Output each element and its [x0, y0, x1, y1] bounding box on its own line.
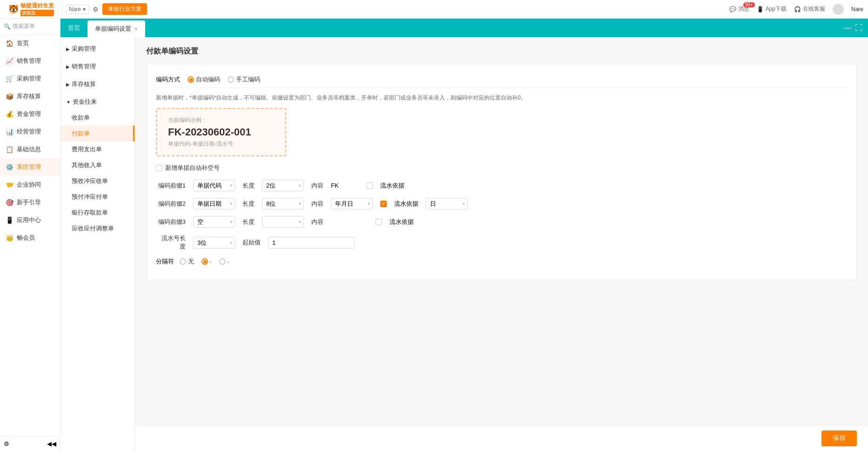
manual-code-radio[interactable]: 手工编码	[228, 75, 260, 84]
sidebar-item-system[interactable]: ⚙️ 系统管理	[0, 158, 60, 176]
prefix3-length-label: 长度	[242, 218, 255, 226]
prefix3-label: 编码前缀3	[156, 218, 186, 226]
prefix3-select-wrapper: 空 ▾	[193, 216, 235, 228]
main-content: 付款单编码设置 编码方式 自动编码	[135, 37, 868, 425]
prefix3-content-value	[331, 220, 368, 224]
sub-item-other-income[interactable]: 其他收入单	[61, 157, 135, 173]
sub-item-payment[interactable]: 付款单	[61, 126, 135, 141]
prefix1-serial-checkbox[interactable]	[366, 182, 373, 189]
prefix2-content-select[interactable]: 年月日	[331, 198, 373, 209]
sub-group-inventory: ▶ 库存核算	[61, 76, 135, 92]
prefix3-serial-checkbox[interactable]	[376, 219, 382, 225]
info-text: 新增单据时，*单据编码*自动生成，不可编辑。前缀设置为部门、业务员等档案类，开单…	[156, 94, 847, 102]
nav-tabs: 首页 单据编码设置 ✕ — ⛶	[61, 19, 868, 37]
collapse-sidebar-icon[interactable]: ◀◀	[47, 440, 56, 447]
search-icon: 🔍	[4, 23, 11, 30]
prefix2-length-select-wrapper: 8位 ▾	[262, 198, 304, 209]
tab-home[interactable]: 首页	[61, 19, 87, 37]
separator-none-radio[interactable]: 无	[180, 257, 194, 266]
prefix3-length-select-wrapper: ▾	[262, 216, 304, 228]
sub-item-receipt[interactable]: 收款单	[61, 110, 135, 126]
sub-item-ar-ap-adjust[interactable]: 应收应付调整单	[61, 221, 135, 236]
start-value-input[interactable]	[268, 237, 355, 249]
prefix2-serial-label: 流水依据	[394, 200, 418, 208]
prefix1-select[interactable]: 单据代码	[193, 180, 235, 191]
prefix3-serial-label: 流水依据	[390, 218, 414, 226]
separator-dot1-radio[interactable]: ·	[202, 258, 212, 265]
coding-method-label: 编码方式	[156, 75, 180, 84]
sub-group-sales: ▶ 销售管理	[61, 59, 135, 74]
prefix1-serial-label: 流水依据	[380, 182, 404, 190]
sales-icon: 📈	[6, 57, 13, 65]
serial-length-select[interactable]: 3位	[193, 237, 235, 249]
tab-serial-setting[interactable]: 单据编码设置 ✕	[87, 20, 145, 37]
system-icon: ⚙️	[6, 163, 13, 171]
sub-item-prepay-pay[interactable]: 预付冲应付单	[61, 189, 135, 205]
auto-fill-row: 新增单据自动补空号	[156, 164, 847, 172]
message-btn[interactable]: 💬 消息 99+	[729, 5, 749, 13]
avatar[interactable]	[833, 4, 844, 15]
sidebar-item-operation[interactable]: 📊 经营管理	[0, 123, 60, 141]
separator-none-circle	[180, 258, 186, 265]
inventory-icon: 📦	[6, 93, 13, 100]
separator-dot1-circle	[202, 258, 208, 265]
sidebar-item-apps[interactable]: 📱 应用中心	[0, 211, 60, 229]
sidebar-item-guide[interactable]: 🎯 新手引导	[0, 194, 60, 211]
auto-fill-checkbox[interactable]	[156, 165, 162, 171]
separator-row: 分隔符 无 ·	[156, 257, 847, 266]
code-example-label: 当前编码示例：	[168, 116, 274, 124]
sub-group-sales-header[interactable]: ▶ 销售管理	[61, 59, 135, 74]
minimize-icon[interactable]: —	[844, 24, 851, 32]
trial-button[interactable]: 体验行业方案	[102, 3, 147, 15]
prefix2-follow-select-wrapper: 日 ▾	[426, 198, 468, 209]
prefix2-follow-select[interactable]: 日	[426, 198, 468, 209]
sidebar-item-member[interactable]: 👑 畅会员	[0, 229, 60, 247]
sidebar-item-sales[interactable]: 📈 销售管理	[0, 52, 60, 70]
prefix1-length-select[interactable]: 2位	[262, 180, 304, 191]
page-title: 付款单编码设置	[146, 47, 857, 56]
app-logo-icon: 🐯	[8, 4, 19, 14]
content-area: ▶ 采购管理 ▶ 销售管理 ▶ 库存核算	[61, 37, 868, 451]
start-value-label: 起始值	[242, 238, 261, 247]
fund-icon: 💰	[6, 110, 13, 118]
settings-icon[interactable]: ⚙	[93, 6, 99, 13]
maximize-icon[interactable]: ⛶	[855, 24, 862, 32]
company-selector[interactable]: Nare ▾	[66, 5, 89, 14]
search-menu[interactable]: 🔍 搜索菜单	[0, 19, 60, 34]
online-service-btn[interactable]: 🎧 在线客服	[794, 5, 825, 13]
top-header: 🐯 畅捷通好生意 旗舰版 Nare ▾ ⚙ 体验行业方案 💬 消息 99+ 📱 …	[0, 0, 868, 19]
sub-group-purchase-header[interactable]: ▶ 采购管理	[61, 41, 135, 57]
sidebar-item-enterprise[interactable]: 🤝 企业协同	[0, 176, 60, 194]
prefix3-length-select[interactable]	[262, 216, 304, 228]
sidebar-item-fund[interactable]: 💰 资金管理	[0, 105, 60, 123]
bottom-bar: 保存	[135, 425, 868, 451]
prefix2-length-label: 长度	[242, 200, 255, 208]
sub-item-prepay-recv[interactable]: 预收冲应收单	[61, 173, 135, 189]
member-icon: 👑	[6, 234, 13, 242]
sub-item-bank-deposit[interactable]: 银行存取款单	[61, 205, 135, 221]
settings-bottom-icon[interactable]: ⚙	[4, 440, 9, 447]
tab-close-icon[interactable]: ✕	[134, 27, 138, 32]
auto-code-radio[interactable]: 自动编码	[188, 75, 220, 84]
sub-group-fund-header[interactable]: ▼ 资金往来	[61, 94, 135, 110]
sidebar-item-home[interactable]: 🏠 首页	[0, 34, 60, 52]
sub-item-expense[interactable]: 费用支出单	[61, 141, 135, 157]
prefix2-select[interactable]: 单据日期	[193, 198, 235, 209]
sidebar-item-purchase[interactable]: 🛒 采购管理	[0, 70, 60, 88]
sub-group-inventory-header[interactable]: ▶ 库存核算	[61, 76, 135, 92]
prefix2-select-wrapper: 单据日期 ▾	[193, 198, 235, 209]
prefix2-serial-checkbox[interactable]: ✓	[380, 201, 387, 207]
serial-length-label: 流水号长度	[156, 234, 186, 251]
settings-card: 编码方式 自动编码 手工编码	[146, 64, 857, 280]
sidebar: 🔍 搜索菜单 🏠 首页 📈 销售管理 🛒 采购管理 📦 库存核算 💰 资金管理 …	[0, 19, 61, 451]
prefix3-select[interactable]: 空	[193, 216, 235, 228]
save-button[interactable]: 保存	[821, 431, 857, 446]
serial-length-select-wrapper: 3位 ▾	[193, 237, 235, 249]
app-download-btn[interactable]: 📱 App下载	[757, 5, 787, 13]
prefix2-row: 编码前缀2 单据日期 ▾ 长度 8位	[156, 198, 847, 209]
separator-dot2-radio[interactable]: ·	[219, 258, 229, 265]
sidebar-item-inventory[interactable]: 📦 库存核算	[0, 88, 60, 105]
prefix1-select-wrapper: 单据代码 ▾	[193, 180, 235, 191]
prefix2-length-select[interactable]: 8位	[262, 198, 304, 209]
sidebar-item-baseinfo[interactable]: 📋 基础信息	[0, 141, 60, 158]
